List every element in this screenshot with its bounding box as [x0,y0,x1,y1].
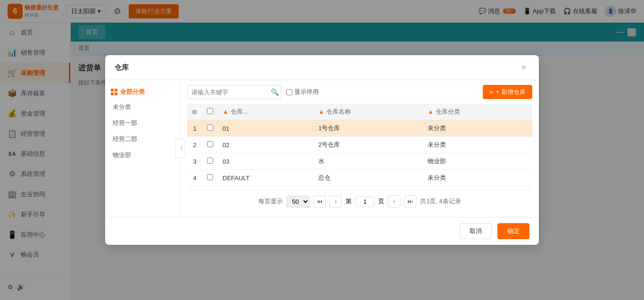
category-item-ops2[interactable]: 经营二部 [105,131,180,147]
category-panel: 全部分类 未分类 经营一部 经营二部 物业部 《 [105,80,181,217]
row-checkbox[interactable] [207,158,213,164]
modal-footer: 取消 确定 [105,217,539,245]
row-code: DEFAULT [218,170,314,186]
all-categories-button[interactable]: 全部分类 [105,85,180,99]
search-box: 🔍 [187,85,281,99]
first-icon: ⏮ [317,198,322,205]
cancel-button[interactable]: 取消 [460,223,492,239]
pagination: 每页显示 50 ⏮ ‹ 第 页 › [187,190,532,212]
modal-title: 仓库 [115,63,129,72]
category-item-property[interactable]: 物业部 [105,147,180,163]
col-header-name[interactable]: ▲ 仓库名称 [314,104,423,120]
table-row[interactable]: 3 03 水 物业部 [187,153,532,170]
table-panel: 🔍 显示停用 + + 新增仓库 [181,80,539,217]
col-header-code[interactable]: ▲ 仓库... [218,104,314,120]
row-name: 水 [314,153,423,170]
collapse-panel-button[interactable]: 《 [175,139,185,158]
table-row[interactable]: 4 DEFAULT 总仓 未分类 [187,170,532,186]
modal-overlay: 仓库 × 全部分类 未分类 经营一部 经营二部 物业部 [0,0,644,300]
last-page-button[interactable]: ⏭ [404,195,416,208]
add-warehouse-button[interactable]: + + 新增仓库 [483,85,532,99]
row-num: 3 [187,153,202,170]
total-info: 共1页, 4条记录 [420,197,461,206]
next-page-button[interactable]: › [388,195,400,208]
col-header-category[interactable]: ▲ 仓库分类 [423,104,532,120]
warehouse-table: ⚙ ▲ 仓库... ▲ [187,104,532,186]
row-num: 1 [187,120,202,137]
settings-icon[interactable]: ⚙ [192,108,198,116]
table-container: ⚙ ▲ 仓库... ▲ [187,104,532,186]
row-checkbox-cell [202,170,218,186]
modal-header: 仓库 × [105,55,539,80]
row-name: 1号仓库 [314,120,423,137]
category-item-ops1[interactable]: 经营一部 [105,115,180,131]
warehouse-modal: 仓库 × 全部分类 未分类 经营一部 经营二部 物业部 [105,55,539,245]
sort-icon-cat: ▲ [428,108,434,115]
col-header-checkbox [202,104,218,120]
row-name: 2号仓库 [314,137,423,153]
grid-icon [111,89,117,95]
show-disabled-checkbox-label[interactable]: 显示停用 [286,88,319,96]
row-checkbox[interactable] [207,174,213,180]
page-unit: 页 [378,197,384,206]
row-checkbox-cell [202,120,218,137]
col-header-num: ⚙ [187,104,202,120]
row-checkbox[interactable] [207,141,213,147]
table-row[interactable]: 1 01 1号仓库 未分类 [187,120,532,137]
modal-body: 全部分类 未分类 经营一部 经营二部 物业部 《 🔍 [105,80,539,217]
row-num: 2 [187,137,202,153]
row-category: 未分类 [423,137,532,153]
modal-close-button[interactable]: × [518,62,529,73]
collapse-icon: 《 [177,145,183,153]
plus-icon: + [489,89,493,96]
confirm-button[interactable]: 确定 [497,223,529,239]
search-input[interactable] [191,89,271,96]
row-checkbox-cell [202,137,218,153]
row-name: 总仓 [314,170,423,186]
row-category: 物业部 [423,153,532,170]
table-body: 1 01 1号仓库 未分类 2 02 2号仓库 [187,120,532,186]
row-category: 未分类 [423,120,532,137]
page-size-select[interactable]: 50 [287,196,310,208]
prev-icon: ‹ [335,198,337,205]
show-disabled-checkbox[interactable] [286,89,292,95]
first-page-button[interactable]: ⏮ [314,195,326,208]
prev-page-button[interactable]: ‹ [330,195,342,208]
table-header: ⚙ ▲ 仓库... ▲ [187,104,532,120]
sort-icon-name: ▲ [318,108,324,115]
category-item-unclassified[interactable]: 未分类 [105,99,180,115]
row-category: 未分类 [423,170,532,186]
next-icon: › [393,198,395,205]
row-checkbox-cell [202,153,218,170]
page-label: 第 [346,197,352,206]
page-number-input[interactable] [355,196,374,207]
last-icon: ⏭ [407,198,413,205]
sort-icon: ▲ [223,108,229,115]
search-icon[interactable]: 🔍 [271,88,279,96]
page-size-label: 每页显示 [258,197,283,206]
row-checkbox[interactable] [207,125,213,131]
table-toolbar: 🔍 显示停用 + + 新增仓库 [187,85,532,99]
table-row[interactable]: 2 02 2号仓库 未分类 [187,137,532,153]
row-code: 02 [218,137,314,153]
row-code: 03 [218,153,314,170]
select-all-checkbox[interactable] [207,108,213,114]
row-code: 01 [218,120,314,137]
row-num: 4 [187,170,202,186]
